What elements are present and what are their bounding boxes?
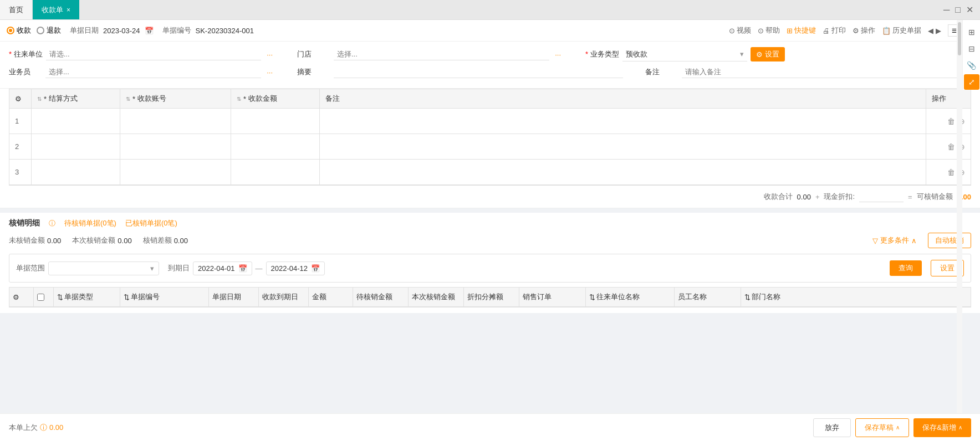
print-button[interactable]: 🖨 打印 <box>823 25 846 35</box>
range-select[interactable]: ▾ <box>48 261 159 275</box>
tab-active[interactable]: 收款单 × <box>33 0 79 19</box>
calendar-icon[interactable]: 📅 <box>145 27 154 35</box>
td-settlement-3[interactable] <box>32 160 120 184</box>
form-row-1: 往来单位 ··· 门店 ··· 业务类型 预收款 ▾ ⚙ 设置 <box>9 47 971 61</box>
td-settlement-1[interactable] <box>32 109 120 134</box>
print-label: 打印 <box>831 25 846 35</box>
td-num-2: 2 <box>9 134 32 159</box>
th-account-label: * <box>132 95 135 103</box>
bth-doc-num-label: 单据编号 <box>131 292 160 302</box>
reconcile-info-icon[interactable]: ⓘ <box>49 219 55 228</box>
bth-doc-date: 单据日期 <box>209 288 259 306</box>
reconcile-section: 核销明细 ⓘ 待核销单据(0笔) 已核销单据(0笔) 未核销金额 0.00 本次… <box>0 213 980 313</box>
delete-icon-3[interactable]: 🗑 <box>947 168 955 177</box>
auto-reconcile-button[interactable]: 自动核销 <box>928 233 971 248</box>
maximize-button[interactable]: □ <box>955 5 961 15</box>
radio-receive-label: 收款 <box>17 25 31 35</box>
td-action-3: 🗑 ⊕ <box>926 160 971 184</box>
td-remark-2[interactable] <box>320 134 926 159</box>
radio-refund[interactable]: 退款 <box>37 25 61 35</box>
select-all-checkbox[interactable] <box>37 294 44 301</box>
delete-icon-1[interactable]: 🗑 <box>947 117 955 126</box>
tab-home-label: 首页 <box>9 5 23 15</box>
history-button[interactable]: 📋 历史单据 <box>882 25 921 35</box>
bth-settings[interactable]: ⚙ <box>9 288 34 306</box>
date-to-input[interactable]: 2022-04-12 📅 <box>266 261 325 275</box>
th-settlement-label: * <box>44 95 47 103</box>
video-button[interactable]: ⊙ 视频 <box>729 25 751 35</box>
pending-tab[interactable]: 待核销单据(0笔) <box>64 218 116 228</box>
staff-input[interactable] <box>45 66 261 78</box>
calendar-from-icon[interactable]: 📅 <box>238 264 247 273</box>
query-button[interactable]: 查询 <box>890 260 922 276</box>
sidebar-clip-icon[interactable]: 📎 <box>964 58 979 73</box>
uncancelled-stat: 未核销金额 0.00 <box>9 235 61 245</box>
nav-prev-icon[interactable]: ◀ <box>928 27 933 35</box>
date-separator: — <box>256 264 263 273</box>
receivable-label: 可核销金额 <box>917 192 953 202</box>
scroll-area[interactable] <box>957 20 962 413</box>
tab-home[interactable]: 首页 <box>0 0 33 19</box>
th-settings[interactable]: ⚙ <box>9 89 32 108</box>
doc-type-radio-group: 收款 退款 <box>7 25 61 35</box>
radio-receive[interactable]: 收款 <box>7 25 31 35</box>
tab-close-icon[interactable]: × <box>67 6 70 14</box>
video-label: 视频 <box>737 25 751 35</box>
td-amount-3[interactable] <box>231 160 320 184</box>
remark-input[interactable] <box>682 66 971 78</box>
chevron-up-icon: ∧ <box>911 237 917 245</box>
filter-icon: ▽ <box>872 237 878 245</box>
settings-button[interactable]: ⚙ 设置 <box>751 47 785 61</box>
th-action: 操作 <box>926 89 971 108</box>
bth-checkbox[interactable] <box>34 288 54 306</box>
td-account-1[interactable] <box>120 109 231 134</box>
shortcut-icon: ⊞ <box>787 27 793 35</box>
shortcut-button[interactable]: ⊞ 快捷键 <box>787 25 816 35</box>
staff-ellipsis[interactable]: ··· <box>264 68 275 76</box>
abandon-button[interactable]: 放弃 <box>813 418 851 437</box>
more-conditions-button[interactable]: ▽ 更多条件 ∧ <box>872 235 917 245</box>
sidebar-table-icon[interactable]: ⊞ <box>964 24 979 40</box>
td-amount-2[interactable] <box>231 134 320 159</box>
td-remark-1[interactable] <box>320 109 926 134</box>
minimize-button[interactable]: ─ <box>943 5 950 15</box>
doc-date-label: 单据日期 <box>70 25 99 35</box>
nav-next-icon[interactable]: ▶ <box>936 27 941 35</box>
counterpart-input[interactable] <box>46 48 261 60</box>
td-account-2[interactable] <box>120 134 231 159</box>
radio-receive-dot <box>7 27 14 34</box>
business-type-select[interactable]: 预收款 ▾ <box>622 48 747 61</box>
doc-num-group: 单据编号 SK-20230324-001 <box>162 25 254 35</box>
help-button[interactable]: ⊙ 帮助 <box>758 25 780 35</box>
delete-icon-2[interactable]: 🗑 <box>947 142 955 151</box>
query-label: 查询 <box>899 264 913 272</box>
done-tab-label: 已核销单据(0笔) <box>125 219 177 227</box>
range-label: 单据范围 <box>16 263 45 273</box>
calendar-to-icon[interactable]: 📅 <box>311 264 320 273</box>
counterpart-ellipsis[interactable]: ··· <box>264 50 275 59</box>
store-input[interactable] <box>334 48 549 60</box>
reconcile-title: 核销明细 <box>9 218 40 228</box>
th-settlement-text: 结算方式 <box>49 94 78 104</box>
td-settlement-2[interactable] <box>32 134 120 159</box>
abandon-label: 放弃 <box>825 423 839 432</box>
summary-input[interactable] <box>334 66 623 78</box>
close-button[interactable]: ✕ <box>966 4 973 15</box>
date-from-input[interactable]: 2022-04-01 📅 <box>193 261 252 275</box>
discount-input[interactable] <box>859 191 904 202</box>
td-account-3[interactable] <box>120 160 231 184</box>
sidebar-expand-icon[interactable]: ⤢ <box>964 74 979 90</box>
save-draft-button[interactable]: 保存草稿 ∧ <box>855 418 909 437</box>
bth-current-cancel: 本次核销金额 <box>409 288 464 306</box>
store-ellipsis[interactable]: ··· <box>553 50 563 59</box>
done-tab[interactable]: 已核销单据(0笔) <box>125 218 177 228</box>
save-new-chevron: ∧ <box>958 424 962 430</box>
save-new-button[interactable]: 保存&新增 ∧ <box>913 418 971 437</box>
operate-button[interactable]: ⚙ 操作 <box>853 25 875 35</box>
td-amount-1[interactable] <box>231 109 320 134</box>
td-remark-3[interactable] <box>320 160 926 184</box>
sidebar-scan-icon[interactable]: ⊟ <box>964 41 979 57</box>
table-gear-icon: ⚙ <box>13 293 19 301</box>
th-amount: ⇅ * 收款金额 <box>231 89 320 108</box>
bth-amount-label: 金额 <box>312 292 326 302</box>
